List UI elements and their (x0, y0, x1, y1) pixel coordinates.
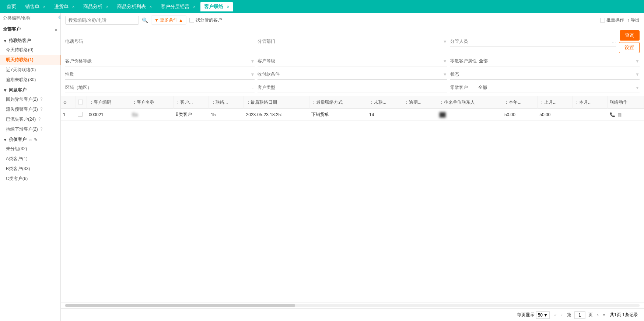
horizontal-scrollbar[interactable] (65, 304, 640, 307)
prev-page-btn[interactable]: ‹ (560, 312, 564, 318)
nav-customer-segmentation[interactable]: 客户分层经营 × (157, 2, 199, 11)
sub-dept-label: 分管部门 (258, 38, 283, 45)
nav-home[interactable]: 首页 (3, 2, 20, 11)
filter-actions: 查询 设置 (619, 30, 640, 53)
help-icon-3[interactable]: ? (40, 127, 43, 132)
pending-toggle-icon[interactable]: ▼ (3, 38, 7, 44)
churned-label: 已流失客户(24) (6, 117, 36, 122)
retail-attr-value[interactable]: 全部 (479, 58, 635, 64)
table-footer: 每页显示 50 ▼ « ‹ 第 页 › » 共1页 1条记录 (61, 308, 644, 321)
th-customer-type: ：客户... (174, 96, 209, 109)
td-last-contact-method: 下销货单 (309, 109, 367, 121)
action-grid-icon[interactable]: ▦ (617, 112, 622, 117)
retail-customer-arrow-icon[interactable]: ▼ (635, 85, 640, 90)
sub-person-dots-icon[interactable]: … (612, 39, 616, 44)
payment-arrow-icon[interactable]: ▼ (443, 72, 447, 77)
more-conditions-btn[interactable]: ▼ 更多条件 ▲ (151, 15, 186, 25)
filter-customer-type: 客户类型 (258, 83, 447, 93)
close-product-analysis-list-icon[interactable]: × (150, 4, 152, 9)
sidebar-collapse-icon[interactable]: « (55, 27, 57, 32)
select-all-checkbox[interactable] (78, 100, 83, 104)
churn-warning-label: 流失预警客户(3) (6, 107, 38, 112)
price-level-arrow-icon[interactable]: ▼ (250, 59, 255, 64)
sidebar-item-churn-warning[interactable]: 流失预警客户(3) ? (0, 104, 60, 114)
advanced-filter-panel: 电话号码 分管部门 ▼ 分管人员 … 查询 设置 (61, 27, 644, 96)
sidebar-item-7days-contact[interactable]: 近7天待联络(0) (0, 65, 60, 75)
close-product-analysis-icon[interactable]: × (106, 4, 108, 9)
gender-arrow-icon[interactable]: ▼ (250, 72, 255, 77)
help-icon-0[interactable]: ? (40, 97, 43, 102)
first-page-btn[interactable]: « (553, 312, 558, 318)
sub-person-label: 分管人员 (450, 38, 476, 45)
sidebar-item-ungroup[interactable]: 未分组(32) (0, 144, 60, 154)
help-icon-1[interactable]: ? (40, 107, 43, 112)
value-edit-icon[interactable]: ✎ (34, 137, 38, 142)
value-toggle-icon[interactable]: ▼ (3, 137, 7, 142)
sidebar-item-today-contact[interactable]: 今天待联络(0) (0, 45, 60, 55)
row-checkbox[interactable] (78, 112, 83, 117)
retail-customer-value[interactable]: 全部 (478, 84, 635, 91)
search-input[interactable] (65, 16, 139, 25)
customer-level-arrow-icon[interactable]: ▼ (443, 59, 447, 64)
page-number-input[interactable] (574, 311, 585, 319)
table-gear-icon[interactable]: ⚙ (63, 100, 67, 105)
sidebar-item-class-b[interactable]: B类客户(33) (0, 164, 60, 174)
sidebar-item-class-c[interactable]: C类客户(6) (0, 174, 60, 184)
problem-toggle-icon[interactable]: ▼ (3, 88, 7, 93)
th-customer-code: ：客户编码 (87, 96, 130, 109)
close-purchase-order-icon[interactable]: × (72, 4, 74, 9)
filter-row-1: 电话号码 分管部门 ▼ 分管人员 … 查询 设置 (65, 30, 640, 53)
filter-sub-person-row: 分管人员 … 查询 设置 (450, 30, 640, 53)
sidebar-item-class-a[interactable]: A类客户(1) (0, 154, 60, 164)
filter-search-icon[interactable]: 🔍 (142, 17, 148, 23)
status-arrow-icon[interactable]: ▼ (635, 72, 640, 77)
close-customer-seg-icon[interactable]: × (193, 4, 195, 9)
sidebar-search-input[interactable] (3, 15, 58, 21)
my-customers-checkbox[interactable] (189, 18, 194, 23)
sub-dept-arrow-icon[interactable]: ▼ (443, 39, 447, 44)
set-button[interactable]: 设置 (619, 42, 640, 53)
row-action-buttons: 📞 ▦ (610, 112, 642, 117)
sidebar: 🔍 全部客户 « ▼ 待联络客户 今天待联络(0) 明天待联络(1) 近7天待联… (0, 13, 61, 321)
sidebar-item-overdue-contact[interactable]: 逾期未联络(30) (0, 75, 60, 85)
table-row: 1 000021 Ea B类客户 15 2023-05-23 18:25: 下销… (61, 109, 644, 121)
td-customer-type: B类客户 (174, 109, 209, 121)
sidebar-section-value: ▼ 价值客户 ○ ✎ (0, 134, 60, 144)
batch-ops-btn[interactable]: 批量操作 (600, 17, 624, 23)
sidebar-item-churned[interactable]: 已流失客户(24) ? (0, 114, 60, 124)
contact-method-link[interactable]: 下销货单 (311, 112, 329, 117)
sidebar-item-abnormal-repurchase[interactable]: 回购异常客户(2) ? (0, 94, 60, 104)
export-icon: ↑ (627, 18, 629, 23)
td-action: 📞 ▦ (608, 109, 644, 121)
th-this-year: ：本年... (502, 96, 537, 109)
nav-product-analysis[interactable]: 商品分析 × (80, 2, 112, 11)
nav-purchase-order[interactable]: 进货单 × (50, 2, 78, 11)
sidebar-item-declining[interactable]: 持续下滑客户(2) ? (0, 124, 60, 134)
sidebar-search-icon[interactable]: 🔍 (58, 15, 61, 21)
sidebar-all-customers[interactable]: 全部客户 « (0, 23, 60, 35)
next-page-btn[interactable]: › (596, 312, 600, 318)
action-phone-icon[interactable]: 📞 (610, 112, 615, 117)
price-level-label: 客户价格等级 (65, 58, 92, 64)
query-button[interactable]: 查询 (620, 30, 640, 41)
export-btn[interactable]: ↑ 导出 (627, 17, 640, 23)
sidebar-item-tomorrow-contact[interactable]: 明天待联络(1) (0, 55, 60, 65)
scrollbar-thumb[interactable] (65, 304, 295, 307)
retail-attr-arrow-icon[interactable]: ▼ (635, 59, 640, 64)
per-page-label: 每页显示 (517, 312, 535, 318)
nav-product-analysis-list[interactable]: 商品分析列表 × (113, 2, 155, 11)
th-customer-name-label: ：客户名称 (132, 100, 154, 105)
nav-sales-order[interactable]: 销售单 × (21, 2, 49, 11)
help-icon-2[interactable]: ? (38, 117, 41, 122)
th-action-label: 联络动作 (610, 100, 627, 105)
close-customer-contact-icon[interactable]: × (227, 4, 229, 9)
value-add-icon[interactable]: ○ (29, 137, 32, 142)
region-dots-icon[interactable]: … (250, 85, 255, 90)
nav-customer-contact[interactable]: 客户联络 × (200, 2, 233, 11)
page-size-selector[interactable]: 50 ▼ (536, 311, 550, 319)
status-label: 状态 (450, 71, 476, 77)
close-sales-order-icon[interactable]: × (43, 4, 45, 9)
th-overdue-label: ：逾期... (405, 100, 421, 105)
last-page-btn[interactable]: » (602, 312, 607, 318)
my-customers-filter[interactable]: 我分管的客户 (189, 17, 222, 23)
